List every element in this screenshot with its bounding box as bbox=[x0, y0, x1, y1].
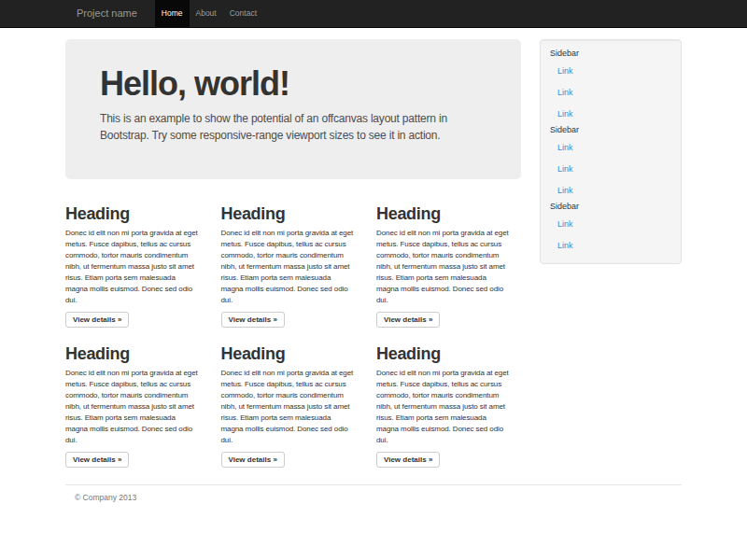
card-heading: Heading bbox=[221, 204, 366, 223]
navbar-container: Project name Home About Contact bbox=[65, 0, 682, 27]
cards-row-2: Heading Donec id elit non mi porta gravi… bbox=[65, 344, 521, 468]
view-details-button[interactable]: View details » bbox=[221, 312, 285, 328]
card: Heading Donec id elit non mi porta gravi… bbox=[65, 204, 210, 328]
sidebar-well: Sidebar Link Link Link Sidebar Link Link… bbox=[540, 39, 682, 264]
sidebar-column: Sidebar Link Link Link Sidebar Link Link… bbox=[540, 28, 682, 468]
sidebar-group-heading: Sidebar bbox=[550, 201, 671, 213]
page-container: Hello, world! This is an example to show… bbox=[65, 28, 682, 502]
sidebar-link[interactable]: Link bbox=[550, 60, 671, 81]
card-body-text: Donec id elit non mi porta gravida at eg… bbox=[376, 368, 521, 446]
card-body-text: Donec id elit non mi porta gravida at eg… bbox=[376, 228, 521, 306]
sidebar-link[interactable]: Link bbox=[550, 179, 671, 201]
page-footer: © Company 2013 bbox=[65, 484, 682, 502]
card-body-text: Donec id elit non mi porta gravida at eg… bbox=[221, 228, 366, 306]
view-details-button[interactable]: View details » bbox=[65, 312, 129, 328]
main-column: Hello, world! This is an example to show… bbox=[65, 28, 521, 468]
card: Heading Donec id elit non mi porta gravi… bbox=[376, 204, 521, 328]
nav-link-contact[interactable]: Contact bbox=[223, 0, 263, 27]
nav-item-home: Home bbox=[155, 0, 190, 27]
navbar-menu: Home About Contact bbox=[155, 0, 263, 27]
sidebar-link[interactable]: Link bbox=[550, 136, 671, 158]
view-details-button[interactable]: View details » bbox=[376, 312, 440, 328]
sidebar-link[interactable]: Link bbox=[550, 234, 671, 256]
jumbotron-title: Hello, world! bbox=[100, 64, 508, 103]
card: Heading Donec id elit non mi porta gravi… bbox=[376, 344, 521, 468]
card-heading: Heading bbox=[65, 204, 210, 223]
card-heading: Heading bbox=[65, 344, 210, 363]
card-body-text: Donec id elit non mi porta gravida at eg… bbox=[65, 368, 210, 446]
cards-row-1: Heading Donec id elit non mi porta gravi… bbox=[65, 204, 521, 328]
sidebar-link[interactable]: Link bbox=[550, 81, 671, 103]
card-body-text: Donec id elit non mi porta gravida at eg… bbox=[221, 368, 366, 446]
jumbotron-text: This is an example to show the potential… bbox=[100, 111, 508, 144]
nav-item-about: About bbox=[190, 0, 223, 27]
card-heading: Heading bbox=[221, 344, 366, 363]
copyright-text: © Company 2013 bbox=[75, 493, 682, 502]
content-row: Hello, world! This is an example to show… bbox=[65, 28, 682, 468]
card-heading: Heading bbox=[376, 344, 521, 363]
sidebar-link[interactable]: Link bbox=[550, 103, 671, 124]
card: Heading Donec id elit non mi porta gravi… bbox=[221, 204, 366, 328]
view-details-button[interactable]: View details » bbox=[221, 452, 285, 468]
view-details-button[interactable]: View details » bbox=[65, 452, 129, 468]
nav-item-contact: Contact bbox=[223, 0, 263, 27]
card-body-text: Donec id elit non mi porta gravida at eg… bbox=[65, 228, 210, 306]
nav-link-home[interactable]: Home bbox=[155, 0, 190, 27]
sidebar-group-heading: Sidebar bbox=[550, 124, 671, 136]
card-heading: Heading bbox=[376, 204, 521, 223]
jumbotron: Hello, world! This is an example to show… bbox=[65, 39, 521, 179]
sidebar-link[interactable]: Link bbox=[550, 213, 671, 234]
navbar-brand[interactable]: Project name bbox=[65, 0, 147, 27]
view-details-button[interactable]: View details » bbox=[376, 452, 440, 468]
nav-link-about[interactable]: About bbox=[190, 0, 223, 27]
footer-divider bbox=[65, 484, 682, 485]
top-navbar: Project name Home About Contact bbox=[0, 0, 747, 28]
card: Heading Donec id elit non mi porta gravi… bbox=[221, 344, 366, 468]
sidebar-link[interactable]: Link bbox=[550, 158, 671, 179]
sidebar-group-heading: Sidebar bbox=[550, 48, 671, 60]
card: Heading Donec id elit non mi porta gravi… bbox=[65, 344, 210, 468]
